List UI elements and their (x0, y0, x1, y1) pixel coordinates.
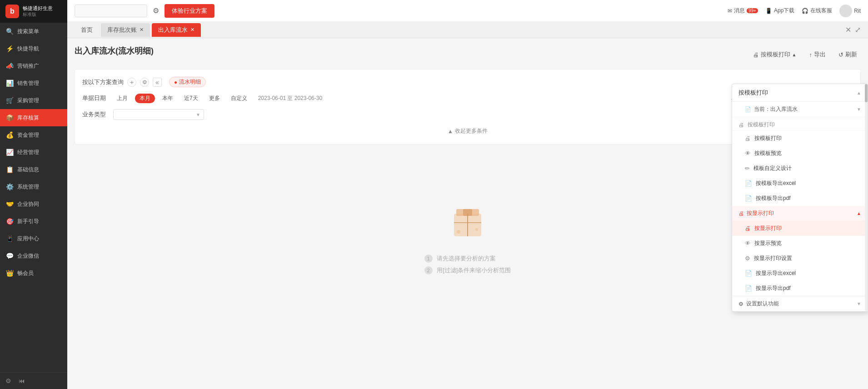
tab-close-flow[interactable]: ✕ (190, 27, 195, 33)
active-filter-tag: ● 流水明细 (169, 77, 206, 87)
settings-icon[interactable]: ⚙ (5, 377, 11, 384)
sidebar-label-system: 系统管理 (17, 183, 39, 191)
tabbar: 首页库存批次账✕出入库流水✕ ✕ ⤢ (67, 22, 868, 38)
sidebar-icon-system: ⚙️ (5, 183, 14, 191)
sidebar-item-quick-nav[interactable]: ⚡快捷导航 (0, 40, 67, 57)
refresh-button[interactable]: ↺ 刷新 (835, 49, 861, 60)
tab-label-flow: 出入库流水 (158, 26, 188, 34)
sidebar-icon-purchase: 🛒 (5, 96, 14, 105)
sidebar-item-member[interactable]: 👑畅会员 (0, 264, 67, 282)
dropdown-item-display-preview[interactable]: 👁按显示预览 (732, 236, 868, 251)
display-print-icon: 🖨 (738, 210, 744, 217)
topbar-gear-icon[interactable]: ⚙ (153, 6, 159, 15)
sidebar-item-wechat[interactable]: 💬企业微信 (0, 247, 67, 264)
dropdown-item-template-custom[interactable]: ✏模板自定义设计 (732, 161, 868, 176)
user-item[interactable]: Rit (839, 5, 861, 17)
sidebar-item-finance[interactable]: 💰资金管理 (0, 126, 67, 144)
item-label-template-custom: 模板自定义设计 (753, 165, 792, 172)
dropdown-item-display-print[interactable]: 🖨按显示打印 (732, 221, 868, 236)
sidebar-label-enterprise: 企业协同 (17, 200, 39, 208)
collapse-icon[interactable]: ⏮ (19, 377, 25, 384)
settings-default-icon: ⚙ (738, 301, 743, 307)
sidebar-item-search[interactable]: 🔍搜索菜单 (0, 23, 67, 40)
dropdown-current-item[interactable]: 📄 当前：出入库流水 ▼ (732, 102, 868, 117)
tab-batch-account[interactable]: 库存批次账✕ (101, 23, 150, 37)
collapse-more-button[interactable]: ▲ 收起更多条件 (446, 125, 489, 137)
sidebar-item-purchase[interactable]: 🛒采购管理 (0, 92, 67, 109)
dropdown-item-display-export-excel[interactable]: 📄按显示导出excel (732, 266, 868, 281)
item-label-template-export-excel: 按模板导出excel (756, 180, 796, 187)
dropdown-footer[interactable]: ⚙ 设置默认功能 ▼ (732, 296, 868, 311)
sidebar-label-finance: 资金管理 (17, 131, 39, 139)
message-item[interactable]: ✉ 消息 99+ (728, 7, 758, 15)
dropdown-item-display-print-settings[interactable]: ⚙按显示打印设置 (732, 251, 868, 266)
date-option-本月[interactable]: 本月 (135, 94, 155, 103)
sidebar-item-app-center[interactable]: 📱应用中心 (0, 230, 67, 247)
expand-icon[interactable]: ⤢ (855, 25, 861, 34)
sidebar-item-operations[interactable]: 📈经营管理 (0, 144, 67, 161)
date-option-近7天[interactable]: 近7天 (180, 94, 202, 103)
phone-icon: 📱 (765, 8, 772, 14)
date-option-上月[interactable]: 上月 (113, 94, 131, 103)
page-content: 出入库流水(流水明细) 🖨 按模板打印 ▲ ↑ 导出 ↺ 刷新 (67, 38, 868, 389)
biz-type-select[interactable] (113, 109, 204, 120)
sidebar-item-sales[interactable]: 📊销售管理 (0, 75, 67, 92)
filter-settings-button[interactable]: ⚙ (140, 78, 149, 87)
tab-home[interactable]: 首页 (75, 23, 99, 37)
sidebar-item-base-info[interactable]: 📋基础信息 (0, 161, 67, 178)
date-option-更多[interactable]: 更多 (205, 94, 224, 103)
sidebar-icon-guide: 🎯 (5, 217, 14, 225)
tab-flow[interactable]: 出入库流水✕ (152, 23, 201, 37)
date-option-本年[interactable]: 本年 (159, 94, 177, 103)
item-icon-display-print: 🖨 (745, 225, 751, 232)
service-label: 在线客服 (810, 7, 832, 15)
item-label-display-export-excel: 按显示导出excel (756, 269, 796, 277)
logo-text: 畅捷通好生意 标准版 (23, 5, 53, 18)
topbar-left: ⚙ 体验行业方案 (75, 4, 215, 18)
sidebar-label-purchase: 采购管理 (17, 97, 39, 105)
scrollbar[interactable] (865, 84, 868, 311)
scroll-thumb (865, 84, 868, 102)
sidebar-icon-enterprise: 🤝 (5, 200, 14, 208)
empty-illustration (445, 200, 490, 245)
filter-collapse-button[interactable]: « (153, 78, 162, 87)
sidebar-item-system[interactable]: ⚙️系统管理 (0, 178, 67, 195)
close-panel-icon[interactable]: ✕ (845, 25, 851, 34)
dropdown-item-template-export-excel[interactable]: 📄按模板导出excel (732, 176, 868, 191)
sidebar-icon-wechat: 💬 (5, 252, 14, 260)
item-icon-display-print-settings: ⚙ (745, 255, 750, 262)
trial-button[interactable]: 体验行业方案 (165, 4, 215, 18)
filter-add-button[interactable]: + (127, 78, 136, 87)
filter-tag-label: 流水明细 (179, 78, 201, 86)
tab-label-home: 首页 (81, 26, 93, 34)
export-button[interactable]: ↑ 导出 (806, 49, 830, 60)
app-download-item[interactable]: 📱 App下载 (765, 7, 794, 15)
dropdown-item-template-preview[interactable]: 👁按模板预览 (732, 146, 868, 161)
service-item[interactable]: 🎧 在线客服 (802, 7, 832, 15)
print-icon: 🖨 (753, 51, 759, 58)
brand-name: 畅捷通好生意 (23, 5, 53, 11)
sidebar-item-inventory[interactable]: 📦库存核算 (0, 109, 67, 126)
item-icon-template-export-excel: 📄 (745, 180, 752, 187)
date-option-自定义[interactable]: 自定义 (227, 94, 251, 103)
item-icon-template-export-pdf: 📄 (745, 195, 752, 202)
export-icon: ↑ (809, 51, 813, 58)
sidebar-icon-member: 👑 (5, 269, 14, 277)
tab-close-batch-account[interactable]: ✕ (140, 27, 144, 33)
refresh-icon: ↺ (838, 51, 843, 58)
sidebar-item-marketing[interactable]: 📣营销推广 (0, 57, 67, 75)
sidebar-item-enterprise[interactable]: 🤝企业协同 (0, 195, 67, 213)
sidebar-label-base-info: 基础信息 (17, 166, 39, 174)
template-section-text: 按模板打印 (748, 121, 775, 129)
search-input[interactable] (75, 5, 147, 17)
dropdown-item-display-export-pdf[interactable]: 📄按显示导出pdf (732, 281, 868, 296)
sidebar-item-guide[interactable]: 🎯新手引导 (0, 213, 67, 230)
display-items-list: 🖨按显示打印👁按显示预览⚙按显示打印设置📄按显示导出excel📄按显示导出pdf (732, 221, 868, 296)
main-area: ⚙ 体验行业方案 ✉ 消息 99+ 📱 App下载 🎧 在线客服 Rit (67, 0, 868, 389)
dropdown-item-template-export-pdf[interactable]: 📄按模板导出pdf (732, 191, 868, 206)
dropdown-item-template-print[interactable]: 🖨按模板打印 (732, 131, 868, 146)
message-icon: ✉ (728, 8, 732, 14)
print-button[interactable]: 🖨 按模板打印 ▲ (749, 49, 800, 60)
message-label: 消息 (734, 7, 745, 15)
display-group-header[interactable]: 🖨 按显示打印 ▲ (732, 206, 868, 221)
